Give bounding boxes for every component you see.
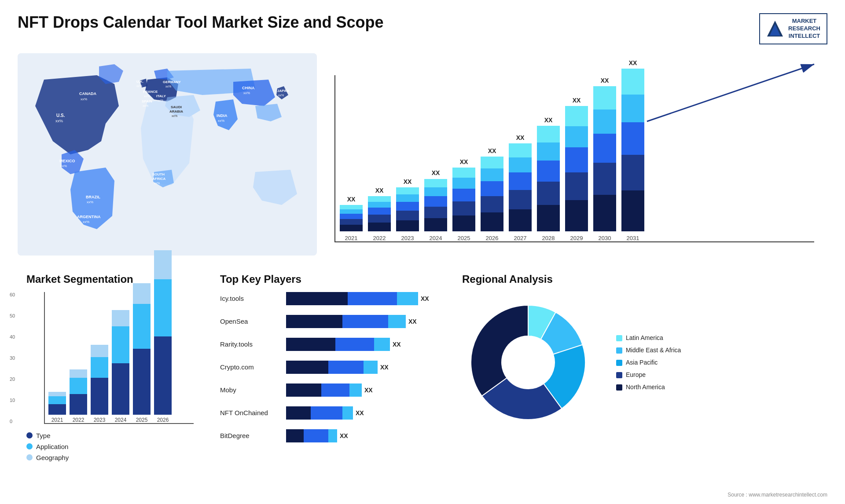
- bar-segment-0: [368, 223, 391, 231]
- bar-segment-1: [593, 163, 616, 195]
- svg-text:xx%: xx%: [172, 114, 177, 117]
- bar-segment-4: [565, 106, 588, 126]
- bar-segment-1: [452, 201, 475, 215]
- bar-label-top: XX: [573, 97, 581, 104]
- svg-text:SAUDI: SAUDI: [171, 105, 182, 109]
- seg-bar-stack: [154, 250, 172, 414]
- bar-segment-2: [481, 181, 503, 196]
- seg-bar-seg-2: [70, 369, 87, 378]
- bar-group-2029: XX2029: [565, 97, 588, 241]
- bar-stack: [509, 143, 532, 231]
- bar-segment-4: [340, 205, 363, 209]
- player-row-nftonchained: NFT OnChainedXX: [220, 406, 436, 420]
- bar-group-2031: XX2031: [621, 59, 644, 241]
- players-list: Icy.toolsXXOpenSeaXXRarity.toolsXXCrypto…: [220, 292, 436, 442]
- bar-segment-2: [424, 196, 447, 207]
- regional-legend-item-0: Latin America: [616, 334, 681, 341]
- legend-label: Type: [36, 432, 51, 439]
- bar-label-top: XX: [488, 147, 496, 154]
- player-bar-wrap: XX: [286, 429, 436, 442]
- bar-year-label: 2027: [514, 235, 527, 241]
- bar-segment-4: [481, 157, 503, 168]
- player-bar-seg-1: [328, 361, 364, 374]
- bar-year-label: 2026: [486, 235, 499, 241]
- regional-legend-item-4: North America: [616, 383, 681, 391]
- regional-legend-label-2: Asia Pacific: [626, 359, 658, 366]
- bar-segment-4: [396, 187, 419, 194]
- bar-group-2023: XX2023: [396, 178, 419, 241]
- bar-segment-3: [452, 178, 475, 189]
- bar-year-label: 2031: [627, 235, 639, 241]
- bar-chart-inner: XX2021XX2022XX2023XX2024XX2025XX2026XX20…: [334, 75, 814, 242]
- bar-segment-1: [565, 172, 588, 200]
- bar-segment-2: [565, 147, 588, 172]
- seg-bar-seg-2: [154, 250, 172, 279]
- seg-bar-group-2023: 2023: [91, 345, 108, 423]
- svg-text:ARGENTINA: ARGENTINA: [77, 215, 101, 219]
- svg-text:xx%: xx%: [87, 200, 93, 204]
- seg-bar-group-2021: 2021: [48, 392, 66, 423]
- player-bar-wrap: XX: [286, 338, 436, 351]
- seg-bar-group-2022: 2022: [70, 369, 87, 423]
- legend-label: Geography: [36, 454, 69, 461]
- player-bar-wrap: XX: [286, 406, 436, 420]
- donut-legend: Latin AmericaMiddle East & AfricaAsia Pa…: [616, 334, 681, 391]
- player-xx-label: XX: [408, 318, 417, 325]
- player-name: Rarity.tools: [220, 340, 282, 348]
- player-row-icy.tools: Icy.toolsXX: [220, 292, 436, 305]
- player-row-moby: MobyXX: [220, 383, 436, 397]
- player-bar-seg-2: [374, 338, 390, 351]
- legend-item-application: Application: [26, 443, 194, 450]
- bar-segment-4: [621, 69, 644, 95]
- svg-text:xx%: xx%: [143, 104, 148, 107]
- bar-year-label: 2028: [542, 235, 555, 241]
- bar-segment-0: [424, 218, 447, 231]
- svg-text:xx%: xx%: [136, 84, 142, 88]
- regional-legend-label-3: Europe: [626, 371, 646, 378]
- svg-text:SPAIN: SPAIN: [142, 99, 152, 103]
- seg-bar-group-2024: 2024: [112, 310, 129, 423]
- bar-segment-1: [537, 182, 560, 205]
- bar-segment-3: [621, 95, 644, 122]
- seg-bar-seg-2: [112, 310, 129, 326]
- bar-segment-0: [396, 220, 419, 231]
- bar-group-2021: XX2021: [340, 196, 363, 241]
- svg-text:U.S.: U.S.: [56, 113, 65, 118]
- bar-group-2024: XX2024: [424, 169, 447, 241]
- seg-bar-group-2026: 2026: [154, 250, 172, 423]
- bar-stack: [452, 168, 475, 231]
- seg-bar-stack: [133, 283, 151, 415]
- regional-legend-label-4: North America: [626, 383, 665, 391]
- player-xx-label: XX: [356, 409, 364, 416]
- bar-stack: [396, 187, 419, 231]
- bar-stack: [537, 126, 560, 231]
- player-xx-label: XX: [380, 364, 389, 371]
- svg-text:xx%: xx%: [243, 91, 250, 95]
- bar-label-top: XX: [432, 169, 440, 176]
- player-xx-label: XX: [364, 387, 373, 394]
- seg-year-label: 2022: [73, 417, 84, 423]
- bar-segment-3: [396, 194, 419, 202]
- players-section: Top Key Players Icy.toolsXXOpenSeaXXRari…: [211, 269, 445, 475]
- bar-segment-1: [481, 196, 503, 212]
- regional-legend-item-3: Europe: [616, 371, 681, 378]
- player-bar-seg-2: [364, 361, 378, 374]
- seg-bar-group-2025: 2025: [133, 283, 151, 423]
- bar-segment-0: [481, 212, 503, 231]
- bar-segment-2: [537, 161, 560, 182]
- top-row: U.S. xx% CANADA xx% MEXICO xx% BRAZIL xx…: [18, 53, 827, 256]
- bar-label-top: XX: [347, 196, 356, 203]
- bar-group-2030: XX2030: [593, 77, 616, 241]
- svg-text:MEXICO: MEXICO: [59, 159, 75, 163]
- player-bar-wrap: XX: [286, 383, 436, 397]
- bar-year-label: 2025: [458, 235, 470, 241]
- bar-segment-1: [368, 215, 391, 223]
- bar-segment-0: [452, 215, 475, 231]
- player-bar-seg-2: [388, 315, 406, 328]
- player-bar-seg-0: [286, 315, 342, 328]
- player-bar: [286, 292, 418, 305]
- legend-item-geography: Geography: [26, 454, 194, 461]
- svg-text:xx%: xx%: [55, 119, 63, 123]
- player-row-rarity.tools: Rarity.toolsXX: [220, 338, 436, 351]
- bottom-row: Market Segmentation 6050403020100 202120…: [18, 269, 827, 475]
